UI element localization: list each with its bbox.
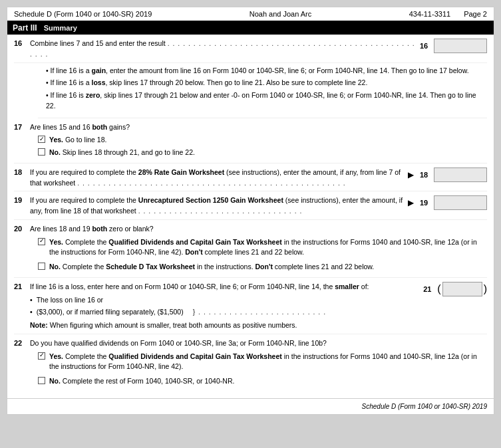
line-17-no-label: No. Skip lines 18 through 21, and go to …	[49, 148, 195, 158]
line-21-bullet-1-text: The loss on line 16 or	[37, 295, 103, 306]
page-container: Schedule D (Form 1040 or 1040-SR) 2019 N…	[7, 7, 494, 415]
line-22-yes-checkbox[interactable]	[38, 352, 45, 360]
page-header: Schedule D (Form 1040 or 1040-SR) 2019 N…	[7, 7, 494, 21]
line-17-yes-no: Yes. Go to line 18. No. Skip lines 18 th…	[38, 135, 487, 158]
line-21-number: 21	[14, 282, 30, 290]
line-18-input[interactable]	[434, 168, 487, 182]
line-20-yes-label: Yes. Complete the Qualified Dividends an…	[49, 237, 487, 259]
line-19-content: If you are required to complete the Unre…	[30, 195, 408, 217]
line-16-dots: . . . . . . . . . . . . . . . . . . . . …	[30, 39, 415, 58]
line-21-input[interactable]	[442, 282, 482, 296]
line-20-no-checkbox[interactable]	[38, 263, 45, 270]
header-left: Schedule D (Form 1040 or 1040-SR) 2019	[14, 10, 152, 18]
line-16-input-area: 16	[417, 39, 487, 53]
page-footer: Schedule D (Form 1040 or 1040-SR) 2019	[7, 398, 494, 414]
line-16-bullets: If line 16 is a gain, enter the amount f…	[38, 66, 487, 118]
line-21-bullets: • The loss on line 16 or • ($3,000), or …	[30, 295, 420, 318]
line-22-content: Do you have qualified dividends on Form …	[30, 338, 487, 389]
line-19-arrow: ▶	[408, 198, 414, 207]
line-18-input-area: ▶ 18	[408, 168, 487, 182]
line-16-input[interactable]	[434, 39, 487, 53]
line-20-yes-no: Yes. Complete the Qualified Dividends an…	[38, 237, 487, 273]
line-16-bullet-1: If line 16 is a gain, enter the amount f…	[46, 66, 487, 76]
line-18-box-label: 18	[417, 171, 431, 179]
footer-text: Schedule D (Form 1040 or 1040-SR) 2019	[362, 403, 487, 410]
line-21-bullet-2-text: ($3,000), or if married filing separatel…	[37, 307, 184, 318]
line-16: 16 Combine lines 7 and 15 and enter the …	[14, 35, 487, 63]
line-17-yes-checkbox[interactable]	[38, 136, 45, 143]
line-21-bullet-1-dot: •	[30, 295, 33, 306]
line-20: 20 Are lines 18 and 19 both zero or blan…	[14, 220, 487, 278]
line-22-no-label: No. Complete the rest of Form 1040, 1040…	[49, 376, 234, 387]
line-21-content: If line 16 is a loss, enter here and on …	[30, 282, 420, 331]
line-16-number: 16	[14, 39, 30, 47]
line-17-number: 17	[14, 122, 30, 131]
line-21-paren-right: )	[484, 283, 487, 295]
line-22-yes-no: Yes. Complete the Qualified Dividends an…	[38, 352, 487, 387]
header-center: Noah and Joan Arc	[250, 10, 312, 18]
line-18: 18 If you are required to complete the 2…	[14, 164, 487, 192]
line-16-content: Combine lines 7 and 15 and enter the res…	[30, 39, 417, 60]
line-16-bullet-3: If line 16 is zero, skip lines 17 throug…	[46, 90, 487, 112]
line-19-box-label: 19	[417, 199, 431, 207]
line-21-bullet-2-dot: •	[30, 307, 33, 318]
content-area: 16 Combine lines 7 and 15 and enter the …	[7, 35, 494, 398]
header-page: Page 2	[464, 10, 487, 18]
line-22: 22 Do you have qualified dividends on Fo…	[14, 334, 487, 392]
part3-title: Summary	[44, 24, 77, 32]
line-22-no: No. Complete the rest of Form 1040, 1040…	[38, 376, 487, 387]
line-20-yes-checkbox[interactable]	[38, 238, 45, 245]
line-17-content: Are lines 15 and 16 both gains? Yes. Go …	[30, 122, 487, 160]
part3-header: Part III Summary	[7, 21, 494, 35]
line-17: 17 Are lines 15 and 16 both gains? Yes. …	[14, 118, 487, 164]
line-17-no-checkbox[interactable]	[38, 148, 45, 156]
line-17-yes: Yes. Go to line 18.	[38, 135, 487, 146]
line-21-bullet-2-row: • ($3,000), or if married filing separat…	[30, 307, 420, 318]
line-17-yes-label: Yes. Go to line 18.	[49, 135, 106, 146]
line-21-paren-left: (	[437, 283, 440, 295]
line-21-dots: } . . . . . . . . . . . . . . . . . . . …	[193, 307, 326, 318]
line-19-number: 19	[14, 195, 30, 204]
line-21-input-area: 21 ( )	[420, 282, 487, 296]
line-19-dots: . . . . . . . . . . . . . . . . . . . . …	[138, 207, 303, 215]
line-22-yes-label: Yes. Complete the Qualified Dividends an…	[49, 352, 487, 373]
line-21-note: Note: When figuring which amount is smal…	[30, 320, 420, 331]
line-20-number: 20	[14, 224, 30, 233]
line-21-bullet-1-row: • The loss on line 16 or	[30, 295, 420, 306]
line-20-no-label: No. Complete the Schedule D Tax Workshee…	[49, 262, 374, 273]
line-17-no: No. Skip lines 18 through 21, and go to …	[38, 148, 487, 158]
line-18-content: If you are required to complete the 28% …	[30, 168, 408, 189]
line-16-bullet-list: If line 16 is a gain, enter the amount f…	[46, 66, 487, 112]
line-22-no-checkbox[interactable]	[38, 377, 45, 384]
line-20-yes: Yes. Complete the Qualified Dividends an…	[38, 237, 487, 259]
header-ein: 434-11-3311	[409, 10, 450, 18]
line-18-arrow: ▶	[408, 170, 414, 179]
line-16-box-label: 16	[417, 42, 431, 50]
line-16-bullet-2: If line 16 is a loss, skip lines 17 thro…	[46, 78, 487, 88]
line-22-yes: Yes. Complete the Qualified Dividends an…	[38, 352, 487, 373]
line-18-dots: . . . . . . . . . . . . . . . . . . . . …	[77, 179, 345, 187]
line-22-number: 22	[14, 338, 30, 347]
line-21-box-label: 21	[420, 285, 434, 293]
line-18-number: 18	[14, 168, 30, 176]
line-19: 19 If you are required to complete the U…	[14, 191, 487, 220]
line-19-input[interactable]	[434, 195, 487, 210]
line-21-input-paren: ( )	[437, 282, 487, 296]
line-20-content: Are lines 18 and 19 both zero or blank? …	[30, 224, 487, 275]
line-20-no: No. Complete the Schedule D Tax Workshee…	[38, 262, 487, 273]
line-19-input-area: ▶ 19	[408, 195, 487, 210]
part3-label: Part III	[13, 23, 37, 33]
line-21: 21 If line 16 is a loss, enter here and …	[14, 278, 487, 334]
